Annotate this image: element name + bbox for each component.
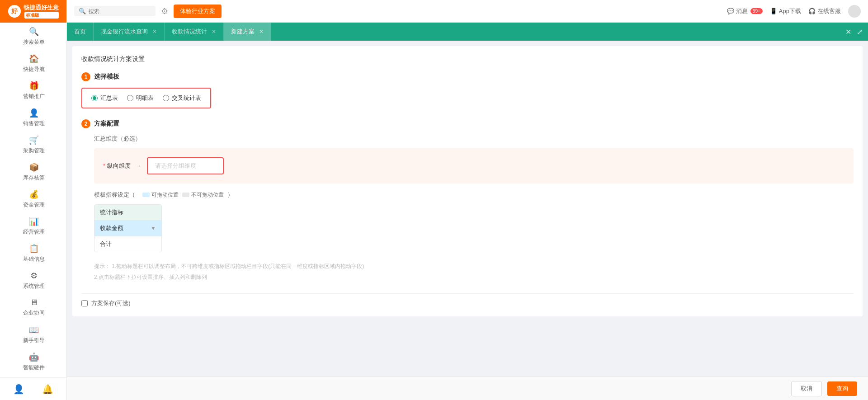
- logo-text: 畅捷通好生意: [24, 4, 59, 12]
- indicator-table: 统计指标 收款金额 ▼ 合计: [94, 204, 162, 252]
- sidebar-item-operations[interactable]: 📊 经营管理: [0, 212, 66, 240]
- save-checkbox[interactable]: [81, 300, 88, 306]
- home-icon: 🏠: [29, 54, 39, 64]
- indicator-legend: 可拖动位置 不可拖动位置 ）: [142, 191, 233, 199]
- tab-new-plan-close-icon[interactable]: ✕: [259, 28, 264, 35]
- monitor-icon: 🖥: [30, 298, 38, 307]
- sidebar-item-basic[interactable]: 📋 基础信息: [0, 240, 66, 267]
- indicator-dropdown-icon[interactable]: ▼: [151, 225, 156, 231]
- sidebar-item-marketing[interactable]: 🎁 营销推广: [0, 77, 66, 104]
- section2-header: 2 方案配置: [81, 119, 854, 128]
- sidebar-item-inventory[interactable]: 📦 库存核算: [0, 158, 66, 185]
- tab-bank[interactable]: 现金银行流水查询 ✕: [94, 23, 165, 41]
- footer-bar: 取消 查询: [67, 376, 868, 400]
- sidebar-item-quick-nav[interactable]: 🏠 快捷导航: [0, 50, 66, 77]
- sidebar-footer-btn1[interactable]: 👤: [13, 384, 24, 395]
- indicator-section-label: 模板指标设定（: [94, 191, 135, 199]
- sidebar-item-capital[interactable]: 💰 资金管理: [0, 185, 66, 212]
- radio-summary-label: 汇总表: [100, 94, 118, 102]
- app-download-button[interactable]: 📱 App下载: [770, 7, 801, 15]
- radio-summary[interactable]: 汇总表: [91, 94, 118, 102]
- headset-icon: 🎧: [808, 8, 816, 14]
- legend-fixed: 不可拖动位置: [182, 191, 224, 199]
- sidebar-footer-btn2[interactable]: 🔔: [42, 384, 53, 395]
- sidebar-item-label: 库存核算: [23, 174, 45, 182]
- radio-detail-input[interactable]: [127, 95, 133, 101]
- sidebar-item-purchase[interactable]: 🛒 采购管理: [0, 131, 66, 158]
- radio-detail[interactable]: 明细表: [127, 94, 154, 102]
- dimension-group-label: 汇总维度（必选）: [94, 135, 854, 143]
- sidebar-item-label: 基础信息: [23, 255, 45, 263]
- tips-area: 提示： 1.拖动标题栏可以调整布局，不可跨维度或指标区域拖动栏目字段(只能在同一…: [94, 261, 854, 282]
- indicator-section: 模板指标设定（ 可拖动位置 不可拖动位置 ）: [94, 191, 854, 254]
- indicator-item-collection[interactable]: 收款金额 ▼: [94, 221, 161, 236]
- dimension-row: * 纵向维度 → 请选择分组维度: [103, 157, 844, 174]
- tabs-right-actions: ✕ ⤢: [840, 28, 868, 36]
- legend-movable-label: 可拖动位置: [151, 191, 179, 199]
- settings-icon[interactable]: ⚙: [161, 6, 168, 16]
- template-options-box: 汇总表 明细表 交叉统计表: [81, 88, 211, 108]
- header: 🔍 ⚙ 体验行业方案 💬 消息 99+ 📱 App下载 🎧 在线客服: [67, 0, 868, 23]
- notification-button[interactable]: 💬 消息 99+: [727, 7, 763, 15]
- sidebar-item-label: 企业协同: [23, 309, 45, 317]
- tip-2: 2.点击标题栏下拉可设置排序、插入列和删除列: [94, 272, 854, 282]
- user-avatar[interactable]: [848, 5, 861, 18]
- tab-home-label: 首页: [74, 28, 86, 36]
- header-search-box[interactable]: 🔍: [74, 6, 156, 16]
- online-support-label: 在线客服: [817, 7, 841, 15]
- radio-cross-input[interactable]: [163, 95, 169, 101]
- money-icon: 💰: [29, 189, 39, 199]
- tab-close-all-icon[interactable]: ✕: [845, 28, 851, 36]
- legend-fixed-label: 不可拖动位置: [191, 191, 224, 199]
- sidebar-item-label: 智能硬件: [23, 364, 45, 372]
- radio-cross-label: 交叉统计表: [172, 94, 201, 102]
- industry-solution-button[interactable]: 体验行业方案: [174, 5, 222, 18]
- tab-collection-close-icon[interactable]: ✕: [212, 28, 216, 35]
- sidebar-item-enterprise[interactable]: 🖥 企业协同: [0, 294, 66, 321]
- tab-home[interactable]: 首页: [67, 23, 94, 41]
- logo-icon: 好: [8, 5, 21, 18]
- sidebar-item-system[interactable]: ⚙ 系统管理: [0, 267, 66, 294]
- sidebar-item-label: 资金管理: [23, 201, 45, 209]
- tab-collection[interactable]: 收款情况统计 ✕: [165, 23, 224, 41]
- page-title: 收款情况统计方案设置: [81, 55, 854, 63]
- robot-icon: 🤖: [29, 352, 39, 362]
- legend-movable-box: [142, 193, 150, 197]
- content-card: 收款情况统计方案设置 1 选择模板 汇总表 明细表: [72, 46, 863, 316]
- search-icon: 🔍: [79, 8, 86, 14]
- indicator-group-header: 统计指标: [94, 205, 161, 221]
- section1-title: 选择模板: [94, 73, 119, 81]
- online-support-button[interactable]: 🎧 在线客服: [808, 7, 841, 15]
- tab-bank-close-icon[interactable]: ✕: [152, 28, 157, 35]
- sidebar-item-label: 快捷导航: [23, 66, 45, 73]
- tab-collection-label: 收款情况统计: [172, 28, 207, 36]
- dim-select-box[interactable]: 请选择分组维度: [147, 157, 224, 174]
- sidebar-item-hardware[interactable]: 🤖 智能硬件: [0, 348, 66, 375]
- sidebar-item-label: 系统管理: [23, 282, 45, 290]
- template-radio-group: 汇总表 明细表 交叉统计表: [91, 94, 201, 102]
- search-input[interactable]: [89, 8, 143, 14]
- sidebar-item-search[interactable]: 🔍 搜索菜单: [0, 23, 66, 50]
- sidebar: 好 畅捷通好生意 标准版 🔍 搜索菜单 🏠 快捷导航 🎁 营销推广 👤 销售管理…: [0, 0, 67, 400]
- sidebar-item-guide[interactable]: 📖 新手引导: [0, 321, 66, 348]
- sidebar-item-sales[interactable]: 👤 销售管理: [0, 104, 66, 131]
- radio-cross[interactable]: 交叉统计表: [163, 94, 201, 102]
- sidebar-item-label: 营销推广: [23, 93, 45, 100]
- cancel-button[interactable]: 取消: [791, 381, 822, 396]
- tab-new-plan[interactable]: 新建方案 ✕: [224, 23, 271, 41]
- sidebar-item-label: 经营管理: [23, 228, 45, 236]
- sidebar-footer: 👤 🔔: [0, 377, 66, 400]
- tab-expand-icon[interactable]: ⤢: [857, 28, 863, 36]
- indicator-total: 合计: [94, 236, 161, 252]
- tabs-bar: 首页 现金银行流水查询 ✕ 收款情况统计 ✕ 新建方案 ✕ ✕ ⤢: [67, 23, 868, 41]
- section-config: 2 方案配置 汇总维度（必选） * 纵向维度 → 请选择分组维度: [81, 119, 854, 282]
- section2-title: 方案配置: [94, 120, 119, 128]
- query-button[interactable]: 查询: [827, 381, 857, 396]
- section2-num: 2: [81, 119, 90, 128]
- sidebar-item-label: 销售管理: [23, 120, 45, 127]
- notification-count: 99+: [750, 8, 763, 14]
- download-icon: 📱: [770, 8, 777, 14]
- vertical-dim-label: * 纵向维度: [103, 162, 131, 170]
- tab-new-plan-label: 新建方案: [231, 28, 255, 36]
- radio-summary-input[interactable]: [91, 95, 98, 101]
